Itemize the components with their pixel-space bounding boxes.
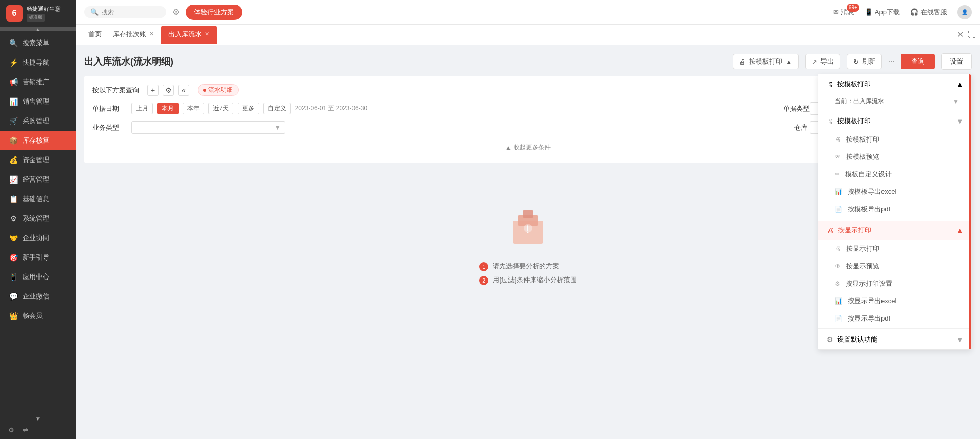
dropdown-display-pdf[interactable]: 📄 按显示导出pdf (818, 310, 971, 327)
trial-button[interactable]: 体验行业方案 (186, 5, 242, 20)
sidebar-item-sales[interactable]: 📊 销售管理 (0, 92, 76, 111)
dropdown-template-design[interactable]: ✏ 模板自定义设计 (818, 166, 971, 183)
dropdown-template-print[interactable]: 🖨 按模板打印 (818, 131, 971, 148)
template-print-section[interactable]: 🖨 按模板打印 ▼ (818, 111, 971, 131)
tab-flow-close[interactable]: ✕ (205, 31, 209, 37)
header-search-box[interactable]: 🔍 (84, 6, 166, 18)
settings-gear-icon[interactable]: ⚙ (172, 7, 180, 17)
user-avatar[interactable]: 👤 (957, 5, 972, 19)
dropdown-display-settings[interactable]: ⚙ 按显示打印设置 (818, 275, 971, 292)
date-filter: 上月 本月 本年 近7天 更多 自定义 2023-06-01 至 2023-06… (131, 103, 367, 114)
dropdown-display-preview[interactable]: 👁 按显示预览 (818, 257, 971, 275)
sidebar-item-member[interactable]: 👑 畅会员 (0, 306, 76, 326)
settings-icon[interactable]: ⚙ (8, 426, 14, 434)
system-nav-icon: ⚙ (8, 214, 18, 223)
app-download-action[interactable]: 📱 App下载 (865, 8, 900, 17)
finance-nav-icon: 💰 (8, 156, 18, 164)
date-range-display: 2023-06-01 至 2023-06-30 (295, 104, 367, 113)
sidebar-item-basic[interactable]: 📋 基础信息 (0, 189, 76, 209)
divider-1 (818, 110, 971, 110)
apps-nav-icon: 📱 (8, 273, 18, 281)
template-section-chevron: ▼ (956, 117, 963, 125)
export-btn[interactable]: ↗ 导出 (805, 54, 840, 69)
sidebar-scroll-down[interactable]: ▼ (0, 416, 76, 421)
operation-nav-icon: 📈 (8, 175, 18, 184)
dropdown-template-preview[interactable]: 👁 按模板预览 (818, 148, 971, 166)
messages-badge: 99+ (847, 4, 859, 12)
sidebar-item-guide[interactable]: 🎯 新手引导 (0, 248, 76, 267)
date-current-month-btn[interactable]: 本月 (157, 103, 179, 114)
dropdown-template-excel[interactable]: 📊 按模板导出excel (818, 183, 971, 201)
sidebar-item-search[interactable]: 🔍 搜索菜单 (0, 33, 76, 53)
close-window-icon[interactable]: ✕ (957, 30, 964, 39)
type-label: 单据类型 (783, 104, 810, 113)
guide-nav-icon: 🎯 (8, 253, 18, 262)
display-settings-icon: ⚙ (835, 280, 840, 287)
default-settings-section[interactable]: ⚙ 设置默认功能 ▼ (818, 330, 971, 349)
sidebar-item-operation[interactable]: 📈 经营管理 (0, 170, 76, 189)
date-custom-btn[interactable]: 自定义 (263, 103, 291, 114)
date-prev-month-btn[interactable]: 上月 (131, 103, 153, 114)
biz-select[interactable]: ▼ (131, 121, 285, 134)
date-year-btn[interactable]: 本年 (183, 103, 204, 114)
dropdown-current: 当前：出入库流水 ▼ (818, 94, 971, 109)
stream-tag[interactable]: 流水明细 (198, 84, 239, 96)
sidebar-item-inventory[interactable]: 📦 库存核算 (0, 131, 76, 150)
default-settings-icon: ⚙ (827, 335, 833, 344)
filter-settings-btn[interactable]: ⚙ (163, 85, 174, 96)
sidebar-item-marketing[interactable]: 📢 营销推广 (0, 72, 76, 92)
sidebar-item-purchase[interactable]: 🛒 采购管理 (0, 111, 76, 131)
add-filter-btn[interactable]: + (147, 85, 159, 96)
marketing-nav-icon: 📢 (8, 78, 18, 86)
tab-batch[interactable]: 库存批次账 ✕ (106, 26, 161, 44)
page-top-actions: 🖨 按模板打印 ▲ ↗ 导出 ↻ 刷新 ··· 查询 设置 (733, 53, 972, 70)
sidebar-item-quick[interactable]: ⚡ 快捷导航 (0, 53, 76, 72)
dropdown-header[interactable]: 🖨 按模板打印 ▲ (818, 74, 971, 94)
member-nav-icon: 👑 (8, 312, 18, 320)
collapse-sidebar-icon[interactable]: ⇌ (23, 426, 28, 434)
tabs-bar: 首页 库存批次账 ✕ 出入库流水 ✕ ✕ ⛶ (76, 25, 980, 45)
app-logo-icon: 6 (6, 5, 23, 22)
search-input[interactable] (102, 9, 153, 16)
header-actions: ✉ 消息 99+ 📱 App下载 🎧 在线客服 👤 (833, 5, 972, 19)
inventory-nav-icon: 📦 (8, 136, 18, 145)
print-template-btn[interactable]: 🖨 按模板打印 ▲ (733, 54, 799, 69)
more-actions-icon[interactable]: ··· (888, 57, 895, 66)
dropdown-template-pdf[interactable]: 📄 按模板导出pdf (818, 201, 971, 218)
display-preview-icon: 👁 (835, 263, 841, 270)
header: 🔍 ⚙ 体验行业方案 ✉ 消息 99+ 📱 App下载 🎧 在线客服 👤 (76, 0, 980, 25)
printer-icon: 🖨 (739, 58, 746, 66)
collab-nav-icon: 🤝 (8, 234, 18, 242)
page-title: 出入库流水(流水明细) (84, 55, 173, 68)
message-icon: ✉ (833, 8, 839, 16)
date-week-btn[interactable]: 近7天 (208, 103, 233, 114)
item-design-icon: ✏ (835, 171, 840, 178)
sidebar-item-system[interactable]: ⚙ 系统管理 (0, 209, 76, 228)
refresh-btn[interactable]: ↻ 刷新 (847, 54, 882, 69)
tab-home[interactable]: 首页 (84, 26, 106, 44)
sidebar-scroll-up[interactable]: ▲ (0, 27, 76, 31)
sidebar-item-wechat[interactable]: 💬 企业微信 (0, 287, 76, 306)
search-label: 按以下方案查询 (92, 86, 139, 95)
dropdown-display-print[interactable]: 🖨 按显示打印 (818, 240, 971, 257)
tab-batch-close[interactable]: ✕ (149, 31, 154, 37)
display-print-section[interactable]: 🖨 按显示打印 ▲ (818, 221, 971, 240)
sidebar-item-finance[interactable]: 💰 资金管理 (0, 150, 76, 170)
template-print-icon: 🖨 (827, 117, 833, 125)
filter-collapse-btn[interactable]: « (178, 85, 189, 96)
sales-nav-icon: 📊 (8, 97, 18, 106)
divider-2 (818, 219, 971, 220)
print-dropdown-panel: 🖨 按模板打印 ▲ 当前：出入库流水 ▼ 🖨 按模板打印 ▼ 🖨 按模 (818, 74, 972, 350)
dropdown-header-chevron: ▲ (956, 81, 963, 88)
dropdown-display-excel[interactable]: 📊 按显示导出excel (818, 292, 971, 310)
tab-flow[interactable]: 出入库流水 ✕ (161, 26, 217, 44)
maximize-window-icon[interactable]: ⛶ (968, 30, 976, 39)
sidebar-item-apps[interactable]: 📱 应用中心 (0, 267, 76, 287)
date-more-btn[interactable]: 更多 (238, 103, 259, 114)
search-icon: 🔍 (90, 8, 99, 16)
sidebar-item-collab[interactable]: 🤝 企业协同 (0, 228, 76, 248)
messages-action[interactable]: ✉ 消息 99+ (833, 8, 854, 17)
online-service-action[interactable]: 🎧 在线客服 (910, 8, 947, 17)
set-button[interactable]: 设置 (941, 53, 972, 70)
query-button[interactable]: 查询 (901, 54, 935, 69)
